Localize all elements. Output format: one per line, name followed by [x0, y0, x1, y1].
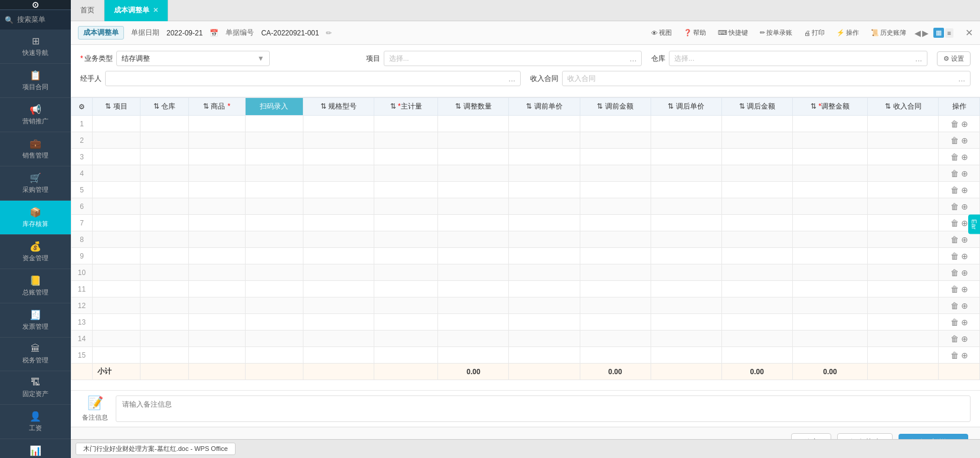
sort-icon[interactable]: ⇅ — [105, 102, 111, 110]
cell-unit-14[interactable] — [374, 331, 438, 347]
cell-income-contract-5[interactable] — [868, 182, 939, 198]
nav-next[interactable]: ▶ — [922, 28, 929, 38]
cell-adjust-qty-9[interactable] — [438, 248, 509, 264]
cell-unit-8[interactable] — [374, 231, 438, 248]
cell-income-contract-1[interactable] — [868, 116, 939, 132]
cell-income-contract-12[interactable] — [868, 297, 939, 314]
cell-adjust-amount-13[interactable] — [792, 314, 868, 331]
batch-edit-btn[interactable]: ✏ 按单录账 — [756, 27, 796, 38]
cell-before-price-2[interactable] — [509, 132, 580, 149]
cell-after-amount-13[interactable] — [721, 314, 792, 331]
cell-warehouse-9[interactable] — [141, 248, 188, 264]
sort-icon-ap[interactable]: ⇅ — [668, 102, 674, 110]
cell-project-1[interactable] — [93, 116, 141, 132]
cell-income-contract-15[interactable] — [868, 347, 939, 364]
cell-adjust-qty-10[interactable] — [438, 264, 509, 281]
sidebar-item-project-contract[interactable]: 📋 项目合同 — [0, 64, 71, 98]
cell-after-amount-14[interactable] — [721, 331, 792, 347]
cell-spec-1[interactable] — [303, 116, 374, 132]
cell-warehouse-13[interactable] — [141, 314, 188, 331]
cell-before-price-9[interactable] — [509, 248, 580, 264]
cell-warehouse-5[interactable] — [141, 182, 188, 198]
cell-before-amount-10[interactable] — [580, 264, 651, 281]
sort-icon-goods[interactable]: ⇅ — [203, 102, 209, 110]
cell-before-price-14[interactable] — [509, 331, 580, 347]
cell-adjust-qty-4[interactable] — [438, 165, 509, 182]
cell-unit-15[interactable] — [374, 347, 438, 364]
cell-income-contract-11[interactable] — [868, 281, 939, 297]
cell-goods-13[interactable] — [188, 314, 245, 331]
cell-after-amount-5[interactable] — [721, 182, 792, 198]
cell-warehouse-6[interactable] — [141, 198, 188, 215]
cell-before-price-6[interactable] — [509, 198, 580, 215]
cell-goods-15[interactable] — [188, 347, 245, 364]
cell-income-contract-9[interactable] — [868, 248, 939, 264]
cell-warehouse-7[interactable] — [141, 215, 188, 231]
cell-before-amount-8[interactable] — [580, 231, 651, 248]
cell-after-amount-4[interactable] — [721, 165, 792, 182]
cell-unit-13[interactable] — [374, 314, 438, 331]
cell-adjust-qty-15[interactable] — [438, 347, 509, 364]
view-btn[interactable]: 👁 视图 — [648, 27, 675, 38]
cell-goods-10[interactable] — [188, 264, 245, 281]
cell-adjust-qty-7[interactable] — [438, 215, 509, 231]
cell-spec-4[interactable] — [303, 165, 374, 182]
cell-after-amount-11[interactable] — [721, 281, 792, 297]
cell-project-3[interactable] — [93, 149, 141, 165]
cell-before-price-15[interactable] — [509, 347, 580, 364]
sort-icon-spec[interactable]: ⇅ — [321, 102, 326, 110]
cell-warehouse-10[interactable] — [141, 264, 188, 281]
remarks-input[interactable] — [116, 395, 971, 422]
sort-icon-wh[interactable]: ⇅ — [153, 102, 159, 110]
cell-warehouse-4[interactable] — [141, 165, 188, 182]
cell-unit-5[interactable] — [374, 182, 438, 198]
sidebar-item-fund-mgmt[interactable]: 💰 资金管理 — [0, 235, 71, 269]
cell-after-amount-1[interactable] — [721, 116, 792, 132]
cell-project-12[interactable] — [93, 297, 141, 314]
copy-btn-9[interactable]: ⊕ — [961, 251, 968, 261]
operations-btn[interactable]: ⚡ 操作 — [833, 27, 863, 38]
biz-type-input[interactable]: 结存调整 ▼ — [116, 51, 270, 66]
doc-close-btn[interactable]: ✕ — [965, 27, 973, 38]
sort-icon-aa[interactable]: ⇅ — [739, 102, 745, 110]
cell-before-amount-1[interactable] — [580, 116, 651, 132]
cell-project-2[interactable] — [93, 132, 141, 149]
sidebar-item-payroll[interactable]: 👤 工资 — [0, 405, 71, 439]
cell-after-price-15[interactable] — [651, 347, 721, 364]
sidebar-item-invoice-mgmt[interactable]: 🧾 发票管理 — [0, 303, 71, 338]
cell-unit-12[interactable] — [374, 297, 438, 314]
cell-income-contract-6[interactable] — [868, 198, 939, 215]
cell-before-price-7[interactable] — [509, 215, 580, 231]
cell-warehouse-14[interactable] — [141, 331, 188, 347]
delete-btn-15[interactable]: 🗑 — [950, 351, 959, 360]
cell-adjust-amount-5[interactable] — [792, 182, 868, 198]
cell-project-5[interactable] — [93, 182, 141, 198]
delete-btn-13[interactable]: 🗑 — [950, 318, 959, 327]
cell-unit-10[interactable] — [374, 264, 438, 281]
cell-after-amount-9[interactable] — [721, 248, 792, 264]
cell-after-price-11[interactable] — [651, 281, 721, 297]
cell-before-price-5[interactable] — [509, 182, 580, 198]
cell-before-amount-9[interactable] — [580, 248, 651, 264]
help-btn[interactable]: ❓ 帮助 — [680, 27, 710, 38]
cell-goods-6[interactable] — [188, 198, 245, 215]
cell-before-price-10[interactable] — [509, 264, 580, 281]
cell-income-contract-14[interactable] — [868, 331, 939, 347]
tab-home[interactable]: 首页 — [71, 0, 104, 21]
cell-goods-2[interactable] — [188, 132, 245, 149]
cell-adjust-qty-12[interactable] — [438, 297, 509, 314]
cell-unit-6[interactable] — [374, 198, 438, 215]
cell-adjust-amount-14[interactable] — [792, 331, 868, 347]
cell-goods-14[interactable] — [188, 331, 245, 347]
cell-adjust-amount-12[interactable] — [792, 297, 868, 314]
cell-income-contract-7[interactable] — [868, 215, 939, 231]
cell-spec-10[interactable] — [303, 264, 374, 281]
warehouse-input[interactable]: 选择... ... — [669, 51, 927, 66]
cell-goods-12[interactable] — [188, 297, 245, 314]
cell-warehouse-8[interactable] — [141, 231, 188, 248]
delete-btn-10[interactable]: 🗑 — [950, 268, 959, 277]
copy-btn-11[interactable]: ⊕ — [961, 284, 968, 294]
sort-icon-ic[interactable]: ⇅ — [885, 102, 891, 110]
cell-income-contract-4[interactable] — [868, 165, 939, 182]
cell-income-contract-2[interactable] — [868, 132, 939, 149]
